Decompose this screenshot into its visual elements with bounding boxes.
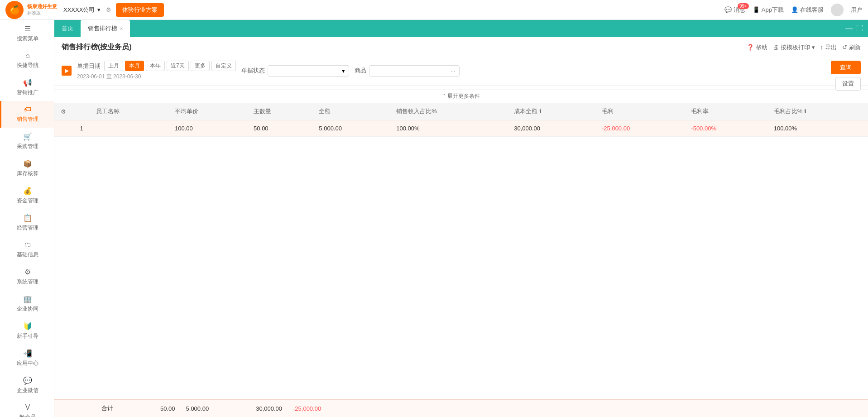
col-cost: 成本全额 ℹ bbox=[508, 103, 596, 120]
date-btn-more[interactable]: 更多 bbox=[191, 61, 210, 71]
goods-label: 商品 bbox=[355, 67, 366, 75]
more-dots-icon[interactable]: ··· bbox=[451, 67, 456, 74]
goods-input[interactable]: ··· bbox=[369, 65, 460, 77]
filter-date-group: 单据日期 上月 本月 本年 近7天 更多 自定义 bbox=[77, 61, 236, 81]
sidebar-item-enterprise[interactable]: 🏢 企业协同 bbox=[0, 290, 54, 317]
tab-sales-rank[interactable]: 销售排行榜 × bbox=[81, 20, 130, 37]
expand-down-icon: ˅ bbox=[443, 93, 446, 100]
cell-empty bbox=[54, 120, 72, 137]
cell-employee bbox=[91, 120, 169, 137]
footer-quantity: 50.00 bbox=[155, 405, 181, 412]
expand-more-button[interactable]: ˅ 展开更多条件 bbox=[54, 89, 868, 103]
sidebar-item-inventory[interactable]: 📦 库存核算 bbox=[0, 155, 54, 182]
help-button[interactable]: ❓ 帮助 bbox=[747, 43, 767, 52]
tab-fullscreen-icon[interactable]: ⛶ bbox=[856, 24, 863, 33]
tabs-right-actions: — ⛶ bbox=[845, 24, 868, 33]
sidebar-item-member[interactable]: V 畅会员 bbox=[0, 399, 54, 417]
data-table: ⚙ 员工名称 平均单价 主数量 全额 销售收入占比% 成本全额 ℹ 毛利 毛 bbox=[54, 103, 868, 137]
purchase-icon: 🛒 bbox=[23, 132, 32, 141]
col-quantity: 主数量 bbox=[248, 103, 313, 120]
page-title: 销售排行榜(按业务员) bbox=[62, 43, 132, 52]
cell-avg-price: 100.00 bbox=[169, 120, 248, 137]
tab-close-icon[interactable]: × bbox=[120, 26, 123, 31]
app-logo: 🍊 bbox=[5, 1, 24, 19]
col-settings[interactable]: ⚙ bbox=[54, 103, 72, 120]
header-actions: ❓ 帮助 🖨 按模板打印 ▾ ↑ 导出 ↺ bbox=[747, 43, 861, 52]
col-amount: 全额 bbox=[313, 103, 391, 120]
search-button[interactable]: 查询 bbox=[831, 61, 861, 74]
col-profit-pct: 毛利占比% ℹ bbox=[768, 103, 868, 120]
settings-button[interactable]: 设置 bbox=[835, 77, 861, 91]
trial-button[interactable]: 体验行业方案 bbox=[116, 3, 164, 17]
home-icon: ⌂ bbox=[25, 52, 30, 60]
sidebar-item-finance[interactable]: 💰 资金管理 bbox=[0, 182, 54, 209]
sidebar-item-system[interactable]: ⚙ 系统管理 bbox=[0, 263, 54, 290]
marketing-icon: 📢 bbox=[23, 78, 32, 87]
date-btn-this-month[interactable]: 本月 bbox=[125, 61, 144, 71]
tab-minimize-icon[interactable]: — bbox=[845, 24, 853, 33]
table-header-row: ⚙ 员工名称 平均单价 主数量 全额 销售收入占比% 成本全额 ℹ 毛利 毛 bbox=[54, 103, 868, 120]
message-badge: 99+ bbox=[738, 3, 749, 9]
col-avg-price: 平均单价 bbox=[169, 103, 248, 120]
company-selector[interactable]: XXXXX公司 ▾ bbox=[60, 4, 104, 16]
content-area: 首页 销售排行榜 × — ⛶ 销售排行榜(按业务员) ❓ bbox=[54, 20, 868, 417]
filter-goods: 商品 ··· bbox=[355, 65, 460, 77]
sidebar-item-search[interactable]: ☰ 搜索菜单 bbox=[0, 20, 54, 47]
status-select[interactable]: ▾ bbox=[268, 65, 349, 77]
date-btn-7days[interactable]: 近7天 bbox=[167, 61, 189, 71]
refresh-button[interactable]: ↺ 刷新 bbox=[842, 43, 861, 52]
print-button[interactable]: 🖨 按模板打印 ▾ bbox=[773, 43, 815, 52]
sidebar-item-guide[interactable]: 🔰 新手引导 bbox=[0, 317, 54, 345]
guide-icon: 🔰 bbox=[23, 322, 32, 331]
inner-page: 销售排行榜(按业务员) ❓ 帮助 🖨 按模板打印 ▾ ↑ bbox=[54, 37, 868, 417]
app-center-icon: 📲 bbox=[23, 349, 32, 358]
footer-total-label: 合计 bbox=[96, 404, 119, 412]
app-download-button[interactable]: 📱 App下载 bbox=[753, 6, 784, 14]
weixin-icon: 💬 bbox=[23, 376, 32, 385]
sidebar: ☰ 搜索菜单 ⌂ 快捷导航 📢 营销推广 🏷 销售管理 🛒 采购管理 📦 库存核… bbox=[0, 20, 54, 417]
inventory-icon: 📦 bbox=[23, 159, 32, 168]
sidebar-item-marketing[interactable]: 📢 营销推广 bbox=[0, 74, 54, 101]
sidebar-item-weixin[interactable]: 💬 企业微信 bbox=[0, 372, 54, 399]
table-settings-icon[interactable]: ⚙ bbox=[61, 108, 66, 115]
filter-toggle-button[interactable]: ▶ bbox=[62, 66, 72, 76]
username[interactable]: 用户 bbox=[851, 6, 863, 14]
top-right-actions: 💬 消息 99+ 📱 App下载 👤 在线客服 用户 bbox=[724, 4, 863, 16]
filter-row: ▶ 单据日期 上月 本月 本年 近7天 bbox=[62, 61, 791, 81]
date-btn-last-month[interactable]: 上月 bbox=[104, 61, 123, 71]
table-section: ⚙ 员工名称 平均单价 主数量 全额 销售收入占比% 成本全额 ℹ 毛利 毛 bbox=[54, 103, 868, 399]
sidebar-item-purchase[interactable]: 🛒 采购管理 bbox=[0, 128, 54, 155]
finance-icon: 💰 bbox=[23, 187, 32, 195]
date-range-buttons: 上月 本月 本年 近7天 更多 自定义 bbox=[104, 61, 236, 71]
footer-cost: 30,000.00 bbox=[250, 405, 288, 412]
message-button[interactable]: 💬 消息 99+ bbox=[724, 6, 745, 14]
col-sales-pct: 销售收入占比% bbox=[391, 103, 508, 120]
export-button[interactable]: ↑ 导出 bbox=[820, 43, 837, 52]
gear-icon[interactable]: ⚙ bbox=[106, 6, 111, 13]
page-header: 销售排行榜(按业务员) ❓ 帮助 🖨 按模板打印 ▾ ↑ bbox=[54, 37, 868, 56]
avatar[interactable] bbox=[831, 4, 844, 16]
status-label: 单据状态 bbox=[241, 67, 265, 75]
sidebar-item-basic-info[interactable]: 🗂 基础信息 bbox=[0, 236, 54, 263]
sidebar-item-app-center[interactable]: 📲 应用中心 bbox=[0, 345, 54, 372]
sidebar-item-sales[interactable]: 🏷 销售管理 bbox=[0, 101, 54, 128]
system-icon: ⚙ bbox=[24, 268, 31, 276]
sidebar-item-operations[interactable]: 📋 经营管理 bbox=[0, 209, 54, 236]
sidebar-item-quick-nav[interactable]: ⌂ 快捷导航 bbox=[0, 47, 54, 74]
table-row: 1 100.00 50.00 5,000.00 100.00% 30,000.0… bbox=[54, 120, 868, 137]
tab-home[interactable]: 首页 bbox=[54, 20, 81, 37]
online-service-button[interactable]: 👤 在线客服 bbox=[791, 6, 824, 14]
refresh-icon: ↺ bbox=[842, 44, 847, 51]
cell-amount: 5,000.00 bbox=[313, 120, 391, 137]
company-name: XXXXX公司 bbox=[63, 6, 95, 14]
filter-date-row: 单据日期 上月 本月 本年 近7天 更多 自定义 bbox=[77, 61, 236, 71]
date-btn-custom[interactable]: 自定义 bbox=[211, 61, 236, 71]
date-btn-this-year[interactable]: 本年 bbox=[146, 61, 165, 71]
print-chevron-icon: ▾ bbox=[812, 44, 815, 51]
top-bar: 🍊 畅康通好生意 标准版 XXXXX公司 ▾ ⚙ 体验行业方案 💬 消息 99+… bbox=[0, 0, 868, 20]
print-icon: 🖨 bbox=[773, 44, 779, 51]
cell-rank: 1 bbox=[72, 120, 91, 137]
basic-info-icon: 🗂 bbox=[24, 241, 31, 249]
message-icon: 💬 bbox=[724, 6, 732, 13]
page-content: 销售排行榜(按业务员) ❓ 帮助 🖨 按模板打印 ▾ ↑ bbox=[54, 37, 868, 417]
